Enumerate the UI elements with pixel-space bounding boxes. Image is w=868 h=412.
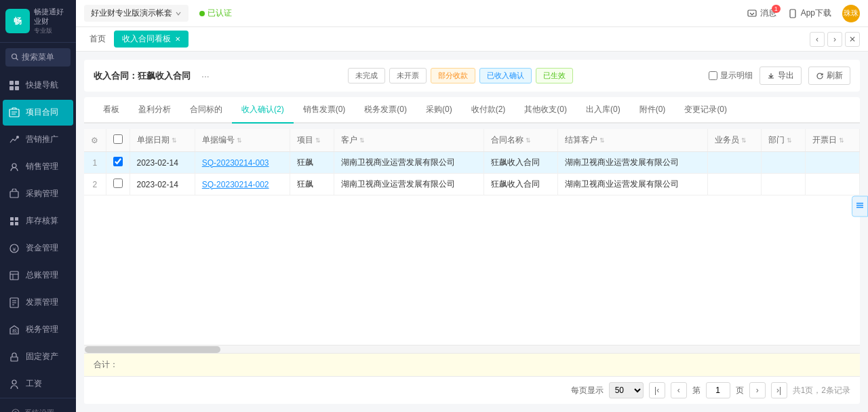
sidebar-settings[interactable]: 系统设置 — [5, 404, 71, 412]
tab-inout[interactable]: 出入库(0) — [576, 97, 630, 124]
contract-more-button[interactable]: ··· — [199, 71, 212, 81]
sidebar-item-invoice[interactable]: 发票管理 — [3, 290, 73, 316]
svg-rect-29 — [11, 357, 18, 361]
th-contract-name: 合同名称⇅ — [484, 129, 558, 152]
show-detail-checkbox-label: 显示明细 — [709, 70, 753, 81]
per-page-label: 每页显示 — [571, 385, 604, 396]
quick-nav-icon — [8, 79, 20, 92]
quick-action-button[interactable] — [852, 195, 868, 217]
tab-next-button[interactable]: › — [827, 32, 842, 47]
page-input[interactable]: 1 — [706, 382, 730, 398]
sidebar-item-fixed[interactable]: 固定资产 — [3, 344, 73, 370]
topbar-right: 消息 1 App下载 珠珠 — [747, 5, 860, 22]
sidebar-item-capital[interactable]: ¥ 资金管理 — [3, 236, 73, 261]
table-section: ⚙ 单据日期⇅ 单据编号⇅ 项 — [84, 129, 860, 404]
table-row[interactable]: 1 2023-02-14 SQ-20230214-003 狂飙 湖南卫视商业运营… — [84, 152, 860, 174]
th-open-date: 开票日⇅ — [806, 129, 860, 152]
message-button[interactable]: 消息 1 — [747, 7, 776, 19]
status-partial[interactable]: 部分收款 — [431, 68, 475, 83]
sidebar-item-sales[interactable]: 销售管理 — [3, 154, 73, 180]
horizontal-scrollbar[interactable] — [84, 345, 860, 353]
page-last-button[interactable]: ›| — [771, 382, 787, 398]
tab-tax-invoice[interactable]: 税务发票(0) — [355, 97, 416, 124]
sidebar-item-hr[interactable]: 工资 — [3, 371, 73, 397]
page-label-suffix: 页 — [736, 385, 744, 396]
show-detail-checkbox[interactable] — [709, 71, 717, 80]
app-download-button[interactable]: App下载 — [787, 7, 831, 19]
tab-payment[interactable]: 收付款(2) — [462, 97, 515, 124]
app-label: App下载 — [801, 7, 831, 19]
avatar-label: 珠珠 — [844, 8, 859, 18]
tax-icon: 税 — [8, 324, 20, 336]
search-menu-button[interactable]: 搜索菜单 — [5, 48, 71, 67]
row-salesperson — [707, 174, 761, 195]
row-code[interactable]: SQ-20230214-003 — [195, 152, 290, 174]
tab-attachment[interactable]: 附件(0) — [630, 97, 675, 124]
row-checkbox-cell[interactable] — [106, 152, 130, 174]
svg-point-12 — [12, 164, 16, 168]
select-all-checkbox[interactable] — [113, 134, 123, 144]
tab-home[interactable]: 首页 — [84, 31, 111, 48]
sidebar-item-inventory[interactable]: 库存核算 — [3, 208, 73, 234]
tab-income-confirm[interactable]: 收入确认(2) — [232, 97, 294, 124]
sidebar-item-general[interactable]: 总账管理 — [3, 263, 73, 288]
tab-income-contract[interactable]: 收入合同看板 ✕ — [114, 31, 189, 48]
tab-profit[interactable]: 盈利分析 — [129, 97, 180, 124]
sidebar-item-tax[interactable]: 税 税务管理 — [3, 317, 73, 343]
project-icon — [8, 107, 20, 119]
th-gear[interactable]: ⚙ — [84, 129, 106, 152]
status-active[interactable]: 已生效 — [536, 68, 573, 83]
export-button[interactable]: 导出 — [760, 67, 802, 85]
row-num: 1 — [84, 152, 106, 174]
refresh-button[interactable]: 刷新 — [808, 67, 850, 85]
row-checkbox[interactable] — [113, 179, 123, 188]
tab-contract-standard[interactable]: 合同标的 — [180, 97, 232, 124]
tab-other-income[interactable]: 其他收支(0) — [515, 97, 576, 124]
sidebar-item-marketing[interactable]: 营销推广 — [3, 127, 73, 153]
row-contract-name: 狂飙收入合同 — [484, 152, 558, 174]
table-footer: 合计： — [84, 353, 860, 376]
status-confirmed[interactable]: 已收入确认 — [479, 68, 532, 83]
tab-close-icon[interactable]: ✕ — [175, 35, 180, 43]
main-content: 好业财专业版演示帐套 已认证 消息 1 App下载 珠珠 — [76, 0, 868, 412]
tab-purchase[interactable]: 采购(0) — [416, 97, 462, 124]
tab-kanban[interactable]: 看板 — [94, 97, 129, 124]
status-incomplete[interactable]: 未完成 — [348, 68, 385, 83]
fixed-icon — [8, 351, 20, 363]
th-checkbox — [106, 129, 130, 152]
row-code-link[interactable]: SQ-20230214-003 — [202, 158, 269, 168]
th-salesperson: 业务员⇅ — [707, 129, 761, 152]
tab-prev-button[interactable]: ‹ — [810, 32, 825, 47]
general-label: 总账管理 — [26, 269, 58, 281]
table-row[interactable]: 2 2023-02-14 SQ-20230214-002 狂飙 湖南卫视商业运营… — [84, 174, 860, 195]
sidebar-quick-nav[interactable]: 快捷导航 — [3, 73, 73, 98]
row-contract-name: 狂飙收入合同 — [484, 174, 558, 195]
marketing-label: 营销推广 — [26, 134, 58, 145]
per-page-select[interactable]: 50 100 200 — [609, 382, 644, 398]
sidebar-item-purchase[interactable]: 采购管理 — [3, 181, 73, 207]
status-uninvoiced[interactable]: 未开票 — [389, 68, 427, 83]
th-settle-customer: 结算客户⇅ — [557, 129, 707, 152]
row-checkbox-cell[interactable] — [106, 174, 130, 195]
pagination-bar: 每页显示 50 100 200 |‹ ‹ 第 1 页 › ›| 共1页，2条记录 — [84, 376, 860, 404]
tab-sales-invoice[interactable]: 销售发票(0) — [294, 97, 355, 124]
tab-close-all-button[interactable]: ✕ — [845, 32, 860, 47]
company-selector[interactable]: 好业财专业版演示帐套 — [84, 5, 189, 22]
user-avatar[interactable]: 珠珠 — [842, 5, 860, 22]
project-label: 项目合同 — [26, 107, 58, 118]
settings-label: 系统设置 — [24, 408, 54, 412]
row-code-link[interactable]: SQ-20230214-002 — [202, 180, 269, 189]
tab-change-log[interactable]: 变更记录(0) — [675, 97, 736, 124]
contract-prefix: 收入合同：狂飙收入合同 — [94, 70, 191, 82]
page-first-button[interactable]: |‹ — [649, 382, 665, 398]
sidebar-item-project[interactable]: 项目合同 — [3, 100, 73, 126]
svg-rect-17 — [15, 222, 18, 225]
page-next-button[interactable]: › — [749, 382, 766, 398]
tax-label: 税务管理 — [26, 324, 58, 335]
svg-point-30 — [12, 380, 16, 384]
row-code[interactable]: SQ-20230214-002 — [195, 174, 290, 195]
gear-icon[interactable]: ⚙ — [91, 136, 98, 145]
page-prev-button[interactable]: ‹ — [671, 382, 687, 398]
row-checkbox[interactable] — [113, 157, 123, 166]
th-code: 单据编号⇅ — [195, 129, 290, 152]
